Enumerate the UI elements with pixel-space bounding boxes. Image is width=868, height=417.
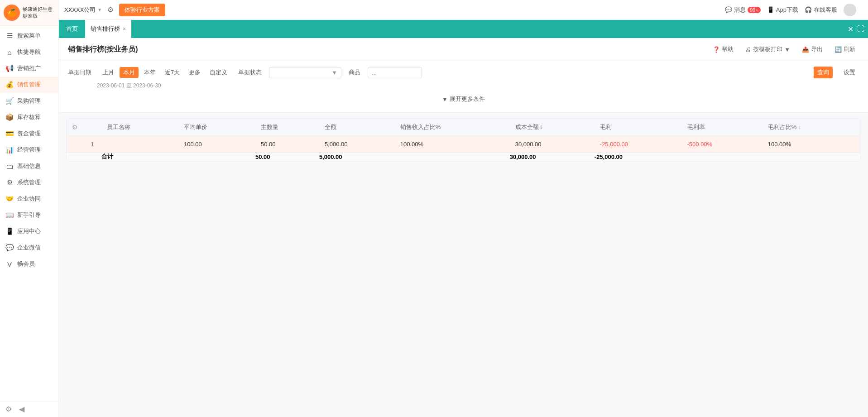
date-filter-label: 单据日期 <box>68 68 91 77</box>
help-button[interactable]: ❓ 帮助 <box>709 43 737 55</box>
nav-icon: 💰 <box>5 81 14 89</box>
expand-icon: ▼ <box>442 96 448 103</box>
col-quantity: 主数量 <box>255 119 319 136</box>
sidebar-item-系统管理[interactable]: ⚙系统管理 <box>0 174 58 191</box>
message-badge: 99+ <box>748 7 761 13</box>
goods-input[interactable]: ... <box>368 67 422 78</box>
tab-close-icon[interactable]: × <box>123 26 126 32</box>
row-gross-rate: -500.00% <box>682 136 762 153</box>
message-icon: 💬 <box>725 6 732 13</box>
query-button[interactable]: 查询 <box>814 67 833 78</box>
content-area: 销售排行榜(按业务员) ❓ 帮助 🖨 按模板打印 ▼ 📤 导出 🔄 刷新 <box>59 38 868 417</box>
sidebar-item-库存核算[interactable]: 📦库存核算 <box>0 109 58 125</box>
trial-button[interactable]: 体验行业方案 <box>119 4 165 16</box>
nav-label: 企业协同 <box>17 195 41 203</box>
expand-button[interactable]: ▼ 展开更多条件 <box>436 93 490 105</box>
user-avatar[interactable] <box>844 4 856 16</box>
nav-icon: 📦 <box>5 113 14 121</box>
tab-minimize-icon[interactable]: ✕ <box>848 25 854 34</box>
col-amount: 全额 <box>319 119 395 136</box>
sidebar-item-应用中心[interactable]: 📱应用中心 <box>0 223 58 240</box>
refresh-button[interactable]: 🔄 刷新 <box>831 43 859 55</box>
nav-icon: ⌂ <box>5 48 14 56</box>
row-quantity: 50.00 <box>255 136 319 153</box>
nav-label: 营销推广 <box>17 64 41 72</box>
sidebar-item-搜索菜单[interactable]: ☰搜索菜单 <box>0 28 58 44</box>
nav-label: 搜索菜单 <box>17 32 41 40</box>
message-area[interactable]: 💬 消息 99+ <box>725 6 761 14</box>
status-select[interactable]: ▼ <box>269 67 341 78</box>
column-settings-icon[interactable]: ⚙ <box>72 124 78 131</box>
sidebar: 🍊 畅康通好生意 标准版 ☰搜索菜单⌂快捷导航📢营销推广💰销售管理🛒采购管理📦库… <box>0 0 59 417</box>
row-gross-pct: 100.00% <box>762 136 860 153</box>
print-button[interactable]: 🖨 按模板打印 ▼ <box>742 43 794 55</box>
app-download-icon: 📱 <box>767 6 774 13</box>
export-icon: 📤 <box>802 46 809 53</box>
sidebar-item-基础信息[interactable]: 🗃基础信息 <box>0 158 58 174</box>
sidebar-item-新手引导[interactable]: 📖新手引导 <box>0 207 58 223</box>
footer-sales-pct <box>395 153 510 161</box>
tab-active-label: 销售排行榜 <box>91 25 120 33</box>
tab-maximize-icon[interactable]: ⛶ <box>857 25 864 33</box>
topbar: XXXXX公司 ▼ ⚙ 体验行业方案 💬 消息 99+ 📱 App下载 🎧 在线… <box>59 0 868 20</box>
nav-icon: 🤝 <box>5 195 14 203</box>
message-label: 消息 <box>734 6 746 14</box>
settings-button[interactable]: 设置 <box>840 67 859 78</box>
footer-gross-rate <box>682 153 762 161</box>
sidebar-item-经营管理[interactable]: 📊经营管理 <box>0 142 58 158</box>
table-row: 1 100.00 50.00 5,000.00 100.00% 30,000.0… <box>67 136 860 153</box>
sidebar-item-采购管理[interactable]: 🛒采购管理 <box>0 93 58 109</box>
nav-label: 快捷导航 <box>17 48 41 56</box>
tab-home[interactable]: 首页 <box>59 20 85 38</box>
online-service-label: 在线客服 <box>814 6 837 14</box>
col-gross: 毛利 <box>595 119 682 136</box>
filter-date-tabs: 上月 本月 本年 近7天 更多 自定义 <box>99 67 231 78</box>
sidebar-item-企业协同[interactable]: 🤝企业协同 <box>0 191 58 207</box>
tab-current-month[interactable]: 本月 <box>120 67 139 78</box>
headset-icon: 🎧 <box>805 6 812 13</box>
sidebar-item-营销推广[interactable]: 📢营销推广 <box>0 60 58 77</box>
footer-cost: 30,000.00 <box>510 153 595 161</box>
sidebar-item-畅会员[interactable]: V畅会员 <box>0 256 58 272</box>
table-footer-row: 合计 50.00 5,000.00 30,000.00 -25,000.00 <box>67 153 860 161</box>
row-rank: 1 <box>83 136 101 153</box>
app-download-area[interactable]: 📱 App下载 <box>767 6 798 14</box>
nav-icon: 📊 <box>5 146 14 154</box>
print-dropdown-icon: ▼ <box>784 46 790 53</box>
nav-label: 畅会员 <box>17 260 35 268</box>
footer-amount: 5,000.00 <box>319 153 395 161</box>
goods-filter-label: 商品 <box>349 68 360 77</box>
col-cost: 成本全额 ℹ <box>510 119 595 136</box>
tab-sales-ranking[interactable]: 销售排行榜 × <box>85 20 131 38</box>
nav-label: 库存核算 <box>17 113 41 121</box>
nav-label: 资金管理 <box>17 129 41 138</box>
nav-icon: 🗃 <box>5 163 14 170</box>
tab-more[interactable]: 更多 <box>185 67 204 78</box>
page-actions: ❓ 帮助 🖨 按模板打印 ▼ 📤 导出 🔄 刷新 <box>709 43 859 55</box>
tab-custom[interactable]: 自定义 <box>206 67 231 78</box>
company-select[interactable]: XXXXX公司 ▼ <box>64 6 102 14</box>
topbar-settings-icon[interactable]: ⚙ <box>107 5 114 14</box>
data-table-wrap: ⚙ 员工名称 平均单价 主数量 全额 销售收入占比% 成本全额 ℹ 毛利 毛利率… <box>66 118 861 161</box>
expand-row: ▼ 展开更多条件 <box>68 91 859 107</box>
help-icon: ❓ <box>713 46 720 53</box>
nav-icon: 💬 <box>5 244 14 252</box>
tab-7days[interactable]: 近7天 <box>161 67 183 78</box>
status-dropdown-icon: ▼ <box>331 69 337 76</box>
nav-icon: 🛒 <box>5 97 14 105</box>
row-settings <box>67 136 83 153</box>
sidebar-item-资金管理[interactable]: 💳资金管理 <box>0 125 58 142</box>
export-button[interactable]: 📤 导出 <box>798 43 826 55</box>
sidebar-item-销售管理[interactable]: 💰销售管理 <box>0 77 58 93</box>
online-service-area[interactable]: 🎧 在线客服 <box>805 6 837 14</box>
sidebar-item-企业微信[interactable]: 💬企业微信 <box>0 240 58 256</box>
footer-quantity: 50.00 <box>255 153 319 161</box>
sidebar-logo: 🍊 畅康通好生意 标准版 <box>0 0 58 26</box>
sidebar-settings-icon[interactable]: ⚙ <box>5 405 12 413</box>
col-name: 员工名称 <box>101 119 178 136</box>
date-range-display: 2023-06-01 至 2023-06-30 <box>97 82 859 90</box>
tab-last-month[interactable]: 上月 <box>99 67 118 78</box>
tab-current-year[interactable]: 本年 <box>140 67 159 78</box>
sidebar-collapse-icon[interactable]: ◀ <box>19 405 24 413</box>
sidebar-item-快捷导航[interactable]: ⌂快捷导航 <box>0 44 58 60</box>
